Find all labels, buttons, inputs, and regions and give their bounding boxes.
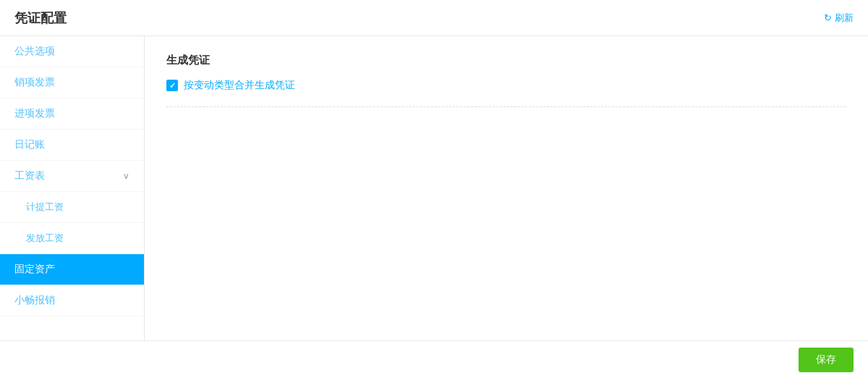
- sidebar: 公共选项 销项发票 进项发票 日记账 工资表 ∨ 计提工资 发放工资 固定资: [0, 36, 145, 340]
- sidebar-item-public-options[interactable]: 公共选项: [0, 36, 144, 67]
- sidebar-item-expense-reimbursement[interactable]: 小畅报销: [0, 285, 144, 316]
- sidebar-item-fixed-assets[interactable]: 固定资产: [0, 254, 144, 285]
- sidebar-item-label: 工资表: [14, 169, 45, 182]
- sidebar-item-sales-invoice[interactable]: 销项发票: [0, 67, 144, 98]
- refresh-icon: ↻: [824, 12, 832, 23]
- sidebar-item-accrual-payroll[interactable]: 计提工资: [0, 192, 144, 223]
- sidebar-item-journal[interactable]: 日记账: [0, 130, 144, 161]
- footer: 保存: [0, 340, 868, 378]
- sidebar-item-label: 销项发票: [14, 76, 55, 89]
- sidebar-item-label: 日记账: [14, 138, 45, 151]
- section-title: 生成凭证: [166, 54, 846, 67]
- section-divider: [166, 106, 846, 107]
- main-content: 公共选项 销项发票 进项发票 日记账 工资表 ∨ 计提工资 发放工资 固定资: [0, 36, 868, 340]
- merge-by-type-checkbox[interactable]: [166, 80, 178, 91]
- checkbox-row: 按变动类型合并生成凭证: [166, 79, 846, 92]
- sidebar-item-payroll[interactable]: 工资表 ∨: [0, 161, 144, 192]
- refresh-button[interactable]: ↻ 刷新: [824, 12, 854, 25]
- refresh-label: 刷新: [835, 12, 854, 25]
- sidebar-item-label: 公共选项: [14, 45, 55, 58]
- sidebar-item-distribute-payroll[interactable]: 发放工资: [0, 223, 144, 254]
- sidebar-item-label: 发放工资: [26, 232, 64, 245]
- save-button[interactable]: 保存: [799, 348, 854, 372]
- content-area: 生成凭证 按变动类型合并生成凭证: [145, 36, 868, 340]
- chevron-down-icon: ∨: [123, 171, 129, 181]
- sidebar-item-label: 小畅报销: [14, 294, 55, 307]
- sidebar-item-label: 计提工资: [26, 201, 64, 214]
- checkbox-label[interactable]: 按变动类型合并生成凭证: [184, 79, 295, 92]
- sidebar-item-purchase-invoice[interactable]: 进项发票: [0, 98, 144, 130]
- page-container: 凭证配置 ↻ 刷新 公共选项 销项发票 进项发票 日记账 工资表 ∨: [0, 0, 868, 378]
- header: 凭证配置 ↻ 刷新: [0, 0, 868, 36]
- sidebar-item-label: 固定资产: [14, 263, 55, 276]
- sidebar-item-label: 进项发票: [14, 107, 55, 120]
- page-title: 凭证配置: [14, 9, 67, 27]
